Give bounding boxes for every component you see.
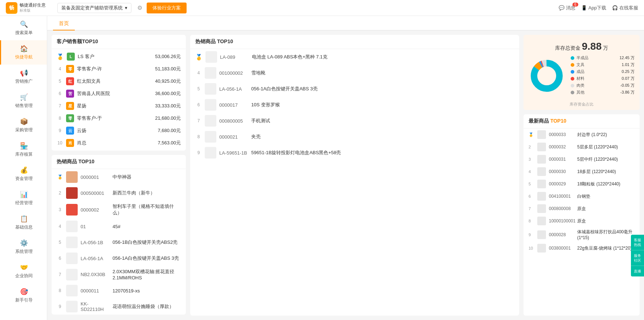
list-item[interactable]: 6 0000017 10S 变形罗猴	[190, 97, 519, 113]
trial-button[interactable]: 体验行业方案	[147, 3, 187, 13]
product-code: LA-056-1A	[219, 86, 248, 92]
inventory-card: 库存总资金 9.88 万	[523, 35, 640, 110]
online-service-btn[interactable]: 🎧 在线客服	[612, 5, 638, 11]
customer-badge: 云	[66, 127, 74, 135]
sidebar-item-basic[interactable]: 📋 基础信息	[0, 210, 47, 235]
list-item[interactable]: 🥇 0000033 封边带 (1.0*22)	[523, 128, 640, 141]
rank-num: 6	[195, 102, 202, 107]
table-row[interactable]: 10 肖 肖总 7,563.00元	[52, 137, 186, 149]
customer-name: 零售客户-于	[77, 115, 152, 122]
sidebar-item-finance[interactable]: 💰 资金管理	[0, 162, 47, 186]
customer-name: 肖总	[77, 140, 155, 146]
tab-home[interactable]: 首页	[53, 17, 75, 30]
list-item[interactable]: 3 0000002 智利车子里（规格不知道填什么）	[52, 201, 186, 218]
messages-badge: 6	[572, 3, 578, 7]
sidebar-item-system[interactable]: ⚙️ 系统管理	[0, 235, 47, 259]
product-code: 0000021	[219, 134, 248, 140]
product-name: 5层中纤 (1220*2440)	[577, 156, 635, 163]
product-code: 0000032	[549, 144, 574, 149]
list-item[interactable]: 8 0000011 12070519-xs	[52, 283, 186, 299]
guide-icon: 🎯	[20, 288, 28, 296]
sidebar-item-operation[interactable]: 📊 经营管理	[0, 186, 47, 210]
product-image	[537, 167, 546, 176]
rank-num: 6	[57, 91, 63, 96]
list-item[interactable]: 4 001000002 雪地靴	[190, 65, 519, 81]
table-row[interactable]: 5 红 红太阳文具 40,925.00元	[52, 75, 186, 87]
product-code: 0000011	[81, 288, 110, 294]
live-btn[interactable]: 直播	[631, 266, 644, 276]
list-item[interactable]: 7 NB2.0X30B 2.0X30MM双槽花轴:摇花直径2.1MM/ROHS	[52, 266, 186, 283]
sales-icon: 🛒	[20, 93, 28, 101]
customer-name: 红太阳文具	[77, 78, 152, 85]
service-community-btn[interactable]: 服务社区	[631, 250, 644, 266]
customer-name: 苦南县人民医院	[77, 90, 152, 97]
rank-num: 7	[57, 103, 63, 108]
customer-ranking-card: 客户销售额TOP10 🥇 L LS 客户 53,006.26元 4 零 零售客户	[52, 35, 186, 151]
sidebar-item-purchase[interactable]: 📦 采购管理	[0, 113, 47, 138]
product-image	[205, 83, 216, 95]
sidebar-item-marketing[interactable]: 📢 营销推广	[0, 65, 47, 89]
legend-dot	[571, 91, 574, 94]
list-item[interactable]: 10 003800001 22g鱼豆腐-烧烤味 (1*12*20)	[523, 242, 640, 254]
table-row[interactable]: 6 苦 苦南县人民医院 36,600.00元	[52, 87, 186, 100]
customer-service-btn[interactable]: 客服热线	[631, 235, 644, 250]
settings-icon[interactable]: ⚙	[137, 4, 142, 11]
rank-num: 3	[57, 207, 63, 212]
inventory-title: 库存总资金	[555, 45, 580, 51]
product-code: LA-056-1A	[81, 256, 110, 261]
product-name: 夹壳	[251, 134, 514, 140]
new-products-list: 🥇 0000033 封边带 (1.0*22) 2 0000032 5层多层 (1…	[523, 128, 640, 316]
table-row[interactable]: 4 零 零售客户-许 51,183.00元	[52, 63, 186, 75]
table-row[interactable]: 7 星 星扬 33,333.00元	[52, 100, 186, 112]
list-item[interactable]: 9 0000028 体城嘉枝味苏打饮品400毫升 (1*15)	[523, 227, 640, 242]
list-item[interactable]: 🥇 LA-089 电池盒 LA-089 ABS本色+黑种 7.1克	[190, 49, 519, 65]
donut-svg	[529, 58, 565, 94]
hot-products-title: 热销商品 TOP10	[52, 155, 186, 169]
product-code: LA-056-1B	[81, 240, 110, 245]
sidebar-item-search[interactable]: 🔍 搜索菜单	[0, 16, 47, 40]
rank-num: 4	[529, 169, 534, 174]
messages-btn[interactable]: 💬 消息 6	[559, 5, 575, 11]
product-name: 手机测试	[251, 118, 514, 124]
list-item[interactable]: 5 LA-056-1B 056-1B白色按键开关壳ABS2壳	[52, 234, 186, 250]
rank-num: 10	[57, 140, 63, 145]
sidebar-item-enterprise[interactable]: 🤝 企业协同	[0, 259, 47, 283]
list-item[interactable]: 2 0000032 5层多层 (1220*2440)	[523, 141, 640, 153]
app-download-btn[interactable]: 📱 App下载	[581, 5, 606, 11]
rank-num: 8	[57, 116, 63, 121]
list-item[interactable]: 5 0000029 18颗粒板 (1220*2440)	[523, 178, 640, 190]
rank-medal: 🥇	[529, 132, 534, 137]
table-row[interactable]: 8 零 零售客户-于 21,680.00元	[52, 112, 186, 124]
list-item[interactable]: 7 000800005 手机测试	[190, 113, 519, 129]
list-item[interactable]: 6 LA-056-1A 056-1A白色按键开关盖ABS 3壳	[52, 250, 186, 266]
operation-icon: 📊	[20, 190, 28, 198]
system-selector[interactable]: 装备及固定资产辅助管理系统 ▾	[57, 3, 131, 13]
list-item[interactable]: 8 0000021 夹壳	[190, 129, 519, 145]
inventory-total: 库存总资金 9.88 万	[523, 35, 640, 55]
system-name: 装备及固定资产辅助管理系统	[61, 5, 123, 11]
sidebar-item-sales[interactable]: 🛒 销售管理	[0, 89, 47, 113]
product-code: 0000031	[549, 157, 574, 162]
list-item[interactable]: 🥇 0000001 中华神器	[52, 169, 186, 185]
list-item[interactable]: 2 000500001 新西兰牛肉（新牛）	[52, 185, 186, 201]
sidebar-item-guide[interactable]: 🎯 新手引导	[0, 283, 47, 308]
product-name: 056-1A白色按键开关盖ABS 3壳	[251, 86, 514, 92]
table-row[interactable]: 9 云 云扬 7,680.00元	[52, 124, 186, 137]
product-image	[537, 244, 546, 253]
table-row[interactable]: 🥇 L LS 客户 53,006.26元	[52, 50, 186, 63]
rank-num: 6	[57, 256, 63, 261]
list-item[interactable]: 7 000800008 原盒	[523, 202, 640, 215]
list-item[interactable]: 3 0000031 5层中纤 (1220*2440)	[523, 153, 640, 165]
legend-item: 其他 -3.86 万	[571, 90, 635, 95]
brand: 畅 畅捷通好生意 标准版	[6, 2, 53, 14]
list-item[interactable]: 6 004100001 白钢垫	[523, 190, 640, 202]
sidebar-item-inventory[interactable]: 🏪 库存核算	[0, 138, 47, 162]
list-item[interactable]: 8 10000100001 原盒	[523, 215, 640, 227]
list-item[interactable]: 4 01 45#	[52, 218, 186, 234]
list-item[interactable]: 9 LA-59651-1B 59651-1B旋转投影灯电池盒ABS黑色+58壳	[190, 145, 519, 161]
sidebar-item-shortcut[interactable]: 🏠 快捷导航	[0, 40, 47, 65]
list-item[interactable]: 4 0000030 18多层 (1220*2440)	[523, 165, 640, 178]
legend-item: 文具 1.01 万	[571, 62, 635, 67]
list-item[interactable]: 5 LA-056-1A 056-1A白色按键开关盖ABS 3壳	[190, 81, 519, 97]
list-item[interactable]: 9 KK-SD22110H 花语萌恒温分娩睡袋（厚款）	[52, 299, 186, 315]
